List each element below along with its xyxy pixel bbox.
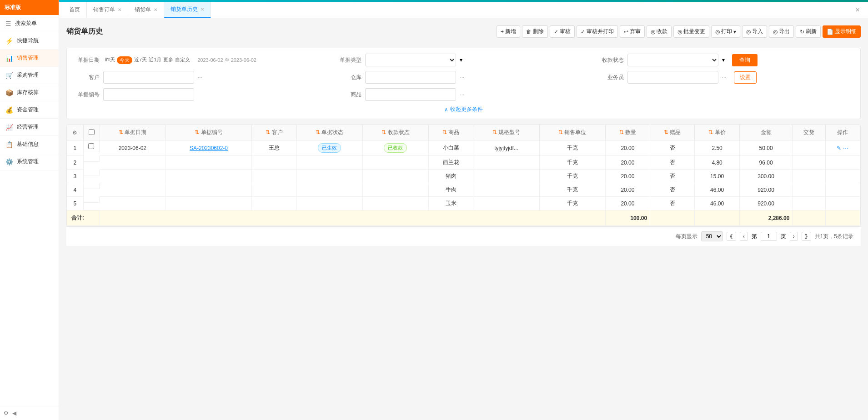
- audit-button[interactable]: ✓ 审核: [550, 25, 575, 38]
- new-button[interactable]: + 新增: [497, 25, 520, 38]
- product-input[interactable]: [365, 88, 456, 101]
- product-column-header[interactable]: ⇅ 商品: [429, 125, 473, 140]
- doc-type-select[interactable]: [365, 54, 456, 66]
- collect-status-label: 收款状态: [388, 129, 410, 135]
- tab-home[interactable]: 首页: [63, 2, 87, 18]
- sidebar-item-inventory[interactable]: 📦 库存核算: [0, 84, 59, 101]
- collect-status-column-header[interactable]: ⇅ 收款状态: [362, 125, 428, 140]
- sidebar-item-label: 库存核算: [17, 89, 39, 96]
- sidebar-item-sales[interactable]: 📊 销售管理: [0, 50, 59, 67]
- tab-close-icon[interactable]: ✕: [201, 7, 204, 12]
- collect-button[interactable]: ◎ 收款: [647, 25, 672, 38]
- tab-close-icon[interactable]: ✕: [154, 7, 157, 12]
- batch-change-label: 批量变更: [683, 28, 705, 35]
- product-label: 商品: [336, 91, 361, 99]
- table-row: 3 猪肉 千克 20.00 否 15.00 300.00: [67, 170, 860, 183]
- tab-sales-delivery[interactable]: 销货单 ✕: [128, 2, 164, 18]
- amount-cell: 920.00: [739, 197, 793, 210]
- more-action[interactable]: ⋯: [843, 145, 848, 151]
- salesperson-dots[interactable]: ···: [722, 74, 727, 80]
- product-cell: 小白菜: [429, 140, 473, 156]
- sidebar-collapse-icon[interactable]: ◀: [12, 410, 16, 416]
- product-dots[interactable]: ···: [460, 91, 464, 98]
- print-button[interactable]: ◎ 打印 ▾: [711, 25, 740, 38]
- show-detail-button[interactable]: 📄 显示明细: [823, 25, 861, 38]
- sidebar-item-purchase[interactable]: 🛒 采购管理: [0, 67, 59, 84]
- first-page-button[interactable]: ⟪: [727, 232, 736, 241]
- refresh-button[interactable]: ↻ 刷新: [796, 25, 821, 38]
- row-checkbox[interactable]: [88, 143, 94, 149]
- next-page-button[interactable]: ›: [790, 232, 798, 241]
- summary-label-cell: 合计:: [67, 210, 100, 226]
- import-button[interactable]: ◎ 导入: [742, 25, 767, 38]
- doc-no-cell: [166, 183, 252, 197]
- unit-cell: 千克: [539, 197, 605, 210]
- last-page-button[interactable]: ⟫: [802, 232, 811, 241]
- salesperson-input[interactable]: [627, 71, 718, 84]
- custom-shortcut[interactable]: 自定义: [175, 56, 190, 64]
- 1month-shortcut[interactable]: 近1月: [149, 56, 161, 64]
- sidebar-item-sys-mgmt[interactable]: ⚙️ 系统管理: [0, 153, 59, 170]
- warehouse-dots[interactable]: ···: [460, 74, 464, 80]
- sidebar-item-search-menu[interactable]: ☰ 搜索菜单: [0, 15, 59, 32]
- edit-action[interactable]: ✎: [837, 145, 841, 151]
- tab-close-icon[interactable]: ✕: [118, 7, 121, 12]
- discard-button[interactable]: ↩ 弃审: [620, 25, 645, 38]
- customer-input[interactable]: [103, 71, 194, 84]
- spec-cell: [473, 156, 539, 170]
- tab-sales-delivery-history[interactable]: 销货单历史 ✕: [164, 2, 211, 18]
- salesperson-label: 业务员: [598, 74, 624, 81]
- spec-label: 规格型号: [498, 129, 520, 135]
- sort-icon: ⇅: [442, 129, 447, 135]
- customer-cell: 王总: [252, 140, 296, 156]
- export-label: 导出: [779, 28, 790, 35]
- select-all-checkbox[interactable]: [89, 129, 95, 135]
- collect-status-cell: [362, 170, 428, 183]
- tab-sales-order[interactable]: 销售订单 ✕: [87, 2, 128, 18]
- more-shortcut[interactable]: 更多: [163, 56, 173, 64]
- per-page-select[interactable]: 50: [701, 231, 723, 241]
- sidebar-item-operations[interactable]: 📈 经营管理: [0, 119, 59, 136]
- query-button[interactable]: 查询: [732, 54, 758, 66]
- sidebar-settings-icon[interactable]: ⚙: [4, 410, 9, 416]
- unit-column-header[interactable]: ⇅ 销售单位: [539, 125, 605, 140]
- audit-print-label: 审核并打印: [587, 28, 614, 35]
- audit-print-button[interactable]: ✓ 审核并打印: [577, 25, 618, 38]
- export-button[interactable]: ◎ 导出: [769, 25, 794, 38]
- batch-change-button[interactable]: ◎ 批量变更: [673, 25, 709, 38]
- actions-column-header: 操作: [825, 125, 860, 140]
- doc-date-column-header[interactable]: ⇅ 单据日期: [100, 125, 166, 140]
- unit-price-column-header[interactable]: ⇅ 单价: [695, 125, 739, 140]
- doc-status-column-header[interactable]: ⇅ 单据状态: [296, 125, 362, 140]
- customer-column-header[interactable]: ⇅ 客户: [252, 125, 296, 140]
- yesterday-shortcut[interactable]: 昨天: [105, 56, 115, 64]
- spec-column-header[interactable]: ⇅ 规格型号: [473, 125, 539, 140]
- doc-no-link[interactable]: SA-20230602-0: [190, 145, 228, 151]
- settings-column-header[interactable]: ⚙: [67, 125, 83, 140]
- gift-column-header[interactable]: ⇅ 赠品: [650, 125, 695, 140]
- prev-page-button[interactable]: ‹: [740, 232, 748, 241]
- sidebar-item-label: 经营管理: [17, 123, 39, 131]
- today-shortcut[interactable]: 今天: [117, 56, 132, 64]
- qty-column-header[interactable]: ⇅ 数量: [605, 125, 650, 140]
- column-settings-icon[interactable]: ⚙: [72, 130, 77, 136]
- doc-no-input[interactable]: [103, 88, 194, 101]
- sidebar-item-quick-nav[interactable]: ⚡ 快捷导航: [0, 32, 59, 50]
- collapse-button[interactable]: ∧ 收起更多条件: [74, 105, 853, 113]
- sidebar-item-basic-info[interactable]: 📋 基础信息: [0, 136, 59, 153]
- table-row: 1 2023-06-02 SA-20230602-0 王总 已生效 已收款 小白…: [67, 140, 860, 156]
- customer-dots[interactable]: ···: [198, 74, 202, 80]
- collect-status-select[interactable]: [627, 54, 718, 66]
- doc-status-cell: 已生效: [296, 140, 362, 156]
- close-all-tabs-button[interactable]: ✕: [851, 7, 864, 13]
- warehouse-input[interactable]: [365, 71, 456, 84]
- delete-button[interactable]: 🗑 删除: [522, 25, 548, 38]
- page-number-input[interactable]: [761, 232, 777, 241]
- setting-button[interactable]: 设置: [734, 71, 757, 84]
- 7days-shortcut[interactable]: 近7天: [134, 56, 147, 64]
- doc-no-column-header[interactable]: ⇅ 单据编号: [166, 125, 252, 140]
- sidebar-item-finance[interactable]: 💰 资金管理: [0, 101, 59, 119]
- doc-status-cell: [296, 170, 362, 183]
- row-checkbox-cell: [84, 183, 100, 189]
- unit-price-cell: 4.80: [695, 156, 739, 170]
